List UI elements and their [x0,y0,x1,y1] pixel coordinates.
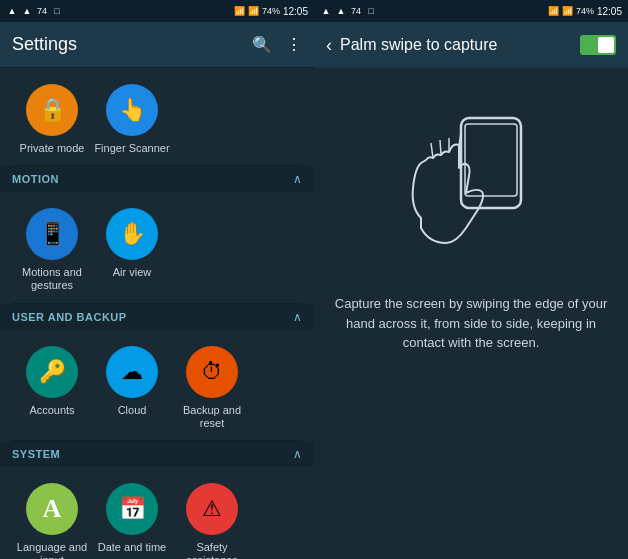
cloud-label: Cloud [118,404,147,417]
cloud-icon-circle: ☁ [106,346,158,398]
battery-percent-left: 74% [262,6,280,16]
header-actions: 🔍 ⋮ [252,35,302,54]
battery-indicator-left: 74 [36,5,48,17]
signal-icon: 📶 [248,6,259,16]
svg-line-2 [431,143,433,158]
backup-reset-label: Backup and reset [172,404,252,430]
sidebar-item-air-view[interactable]: ✋ Air view [92,208,172,292]
left-header: Settings 🔍 ⋮ [0,22,314,68]
sidebar-item-motions-gestures[interactable]: 📱 Motions and gestures [12,208,92,292]
wifi-icon: 📶 [234,6,245,16]
air-view-icon: ✋ [119,221,146,247]
cloud-icon: ☁ [121,359,143,385]
user-backup-chevron-icon: ∧ [293,310,302,324]
search-icon[interactable]: 🔍 [252,35,272,54]
svg-rect-0 [461,118,521,208]
right-screen-icon: □ [365,5,377,17]
palm-swipe-toggle[interactable] [580,35,616,55]
sidebar-item-language-input[interactable]: A Language and input [12,483,92,559]
right-battery-percent: 74% [576,6,594,16]
right-notification-icon: ▲ [320,5,332,17]
finger-scanner-icon-circle: 👆 [106,84,158,136]
language-icon-circle: A [26,483,78,535]
accounts-label: Accounts [29,404,74,417]
sidebar-item-finger-scanner[interactable]: 👆 Finger Scanner [92,84,172,155]
sidebar-item-date-time[interactable]: 📅 Date and time [92,483,172,559]
safety-assistance-label: Safety assistance [172,541,252,559]
right-status-icons-left: ▲ ▲ 74 □ [320,5,377,17]
status-icons-left: ▲ ▲ 74 □ [6,5,63,17]
sidebar-item-backup-reset[interactable]: ⏱ Backup and reset [172,346,252,430]
motion-section-header[interactable]: MOTION ∧ [0,166,314,192]
right-panel: ▲ ▲ 74 □ 📶 📶 74% 12:05 ‹ Palm swipe to c… [314,0,628,559]
private-mode-label: Private mode [20,142,85,155]
sidebar-item-cloud[interactable]: ☁ Cloud [92,346,172,430]
toggle-thumb [598,37,614,53]
motions-gestures-label: Motions and gestures [12,266,92,292]
safety-icon: ⚠ [202,496,222,522]
safety-icon-circle: ⚠ [186,483,238,535]
left-status-bar: ▲ ▲ 74 □ 📶 📶 74% 12:05 [0,0,314,22]
more-options-icon[interactable]: ⋮ [286,35,302,54]
system-icons-row: A Language and input 📅 Date and time ⚠ S… [0,467,314,559]
notification-icon: ▲ [6,5,18,17]
system-chevron-icon: ∧ [293,447,302,461]
right-clock: 12:05 [597,6,622,17]
finger-scanner-label: Finger Scanner [94,142,169,155]
sidebar-item-safety-assistance[interactable]: ⚠ Safety assistance [172,483,252,559]
fingerprint-icon: 👆 [119,97,146,123]
right-status-icons-right: 📶 📶 74% 12:05 [548,6,622,17]
right-battery-indicator: 74 [350,5,362,17]
user-backup-section-header[interactable]: USER AND BACKUP ∧ [0,304,314,330]
palm-swipe-illustration [391,88,551,278]
right-wifi-icon: 📶 [548,6,559,16]
right-header: ‹ Palm swipe to capture [314,22,628,68]
lock-icon: 🔒 [39,97,66,123]
user-backup-icons-row: 🔑 Accounts ☁ Cloud ⏱ Backup and reset [0,330,314,440]
sidebar-item-private-mode[interactable]: 🔒 Private mode [12,84,92,155]
right-main-content: Capture the screen by swiping the edge o… [314,68,628,559]
settings-title: Settings [12,34,252,55]
palm-swipe-description: Capture the screen by swiping the edge o… [330,294,612,353]
motion-icons-row: 📱 Motions and gestures ✋ Air view [0,192,314,302]
system-section-header[interactable]: SYSTEM ∧ [0,441,314,467]
air-view-label: Air view [113,266,152,279]
date-time-label: Date and time [98,541,166,554]
language-icon: A [43,494,62,524]
motion-section-title: MOTION [12,173,59,185]
palm-swipe-title: Palm swipe to capture [340,36,572,54]
right-signal-icon: 📶 [562,6,573,16]
key-icon: 🔑 [39,359,66,385]
motion-chevron-icon: ∧ [293,172,302,186]
screen-icon: □ [51,5,63,17]
settings-scroll[interactable]: 🔒 Private mode 👆 Finger Scanner MOTION ∧… [0,68,314,559]
motions-gestures-icon-circle: 📱 [26,208,78,260]
top-icons-row: 🔒 Private mode 👆 Finger Scanner [0,68,314,165]
air-view-icon-circle: ✋ [106,208,158,260]
back-button[interactable]: ‹ [326,35,332,56]
system-section-title: SYSTEM [12,448,60,460]
right-alert-icon: ▲ [335,5,347,17]
user-backup-section-title: USER AND BACKUP [12,311,127,323]
svg-line-3 [440,140,441,155]
language-input-label: Language and input [12,541,92,559]
backup-icon: ⏱ [201,359,223,385]
status-icons-right: 📶 📶 74% 12:05 [234,6,308,17]
calendar-icon: 📅 [119,496,146,522]
clock-left: 12:05 [283,6,308,17]
alert-icon: ▲ [21,5,33,17]
illustration-svg [391,88,551,278]
motions-icon: 📱 [39,221,66,247]
private-mode-icon-circle: 🔒 [26,84,78,136]
date-time-icon-circle: 📅 [106,483,158,535]
sidebar-item-accounts[interactable]: 🔑 Accounts [12,346,92,430]
right-status-bar: ▲ ▲ 74 □ 📶 📶 74% 12:05 [314,0,628,22]
backup-reset-icon-circle: ⏱ [186,346,238,398]
accounts-icon-circle: 🔑 [26,346,78,398]
svg-rect-1 [465,124,517,196]
left-panel: ▲ ▲ 74 □ 📶 📶 74% 12:05 Settings 🔍 ⋮ 🔒 P [0,0,314,559]
